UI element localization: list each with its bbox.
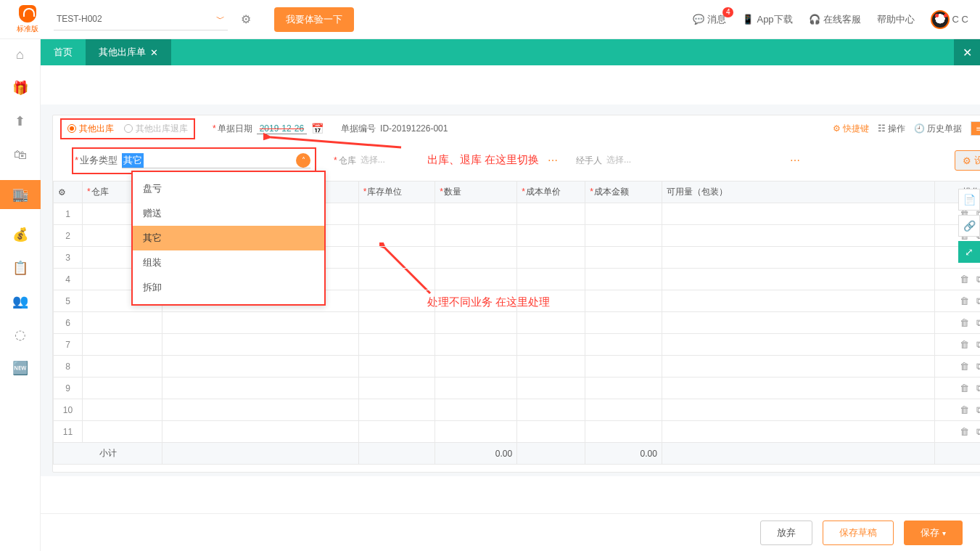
table-row[interactable]: 8🗑⧉ — [54, 356, 981, 377]
sliders-icon: ☷ — [878, 123, 886, 134]
phone-icon: 📱 — [742, 14, 754, 25]
history-link[interactable]: 🕘历史单据 — [914, 123, 962, 135]
table-row[interactable]: 9🗑⧉ — [54, 377, 981, 399]
copy-icon[interactable]: ⧉ — [976, 426, 980, 438]
hotkey-label: 快捷键 — [843, 123, 869, 135]
delete-icon[interactable]: 🗑 — [960, 361, 969, 372]
warehouse-label: 仓库 — [334, 155, 356, 167]
tab-current[interactable]: 其他出库单 ✕ — [86, 39, 171, 65]
table-row[interactable]: 7🗑⧉ — [54, 334, 981, 356]
nav-home-icon[interactable]: ⌂ — [12, 46, 28, 62]
help-link[interactable]: 帮助中心 — [877, 13, 915, 26]
org-select[interactable]: TEST-H002 ﹀ — [54, 9, 228, 30]
copy-icon[interactable]: ⧉ — [976, 339, 980, 351]
tab-home[interactable]: 首页 — [41, 39, 86, 65]
table-row[interactable]: 11🗑⧉ — [54, 421, 981, 443]
radio-outbound-label: 其他出库 — [79, 123, 114, 135]
outbound-type-radios: 其他出库 其他出库退库 — [60, 118, 195, 139]
row-number: 6 — [54, 312, 83, 334]
doc-date-value[interactable]: 2019-12-26 — [257, 123, 307, 134]
radio-outbound[interactable]: 其他出库 — [67, 123, 114, 135]
messages-link[interactable]: 💬 消息 4 — [693, 13, 726, 26]
delete-icon[interactable]: 🗑 — [960, 274, 969, 285]
view-list-icon[interactable]: ≡ — [971, 122, 980, 135]
delete-icon[interactable]: 🗑 — [960, 339, 969, 351]
radio-dot-icon — [124, 124, 133, 133]
doc-date: 单据日期 2019-12-26 📅 — [213, 123, 324, 135]
app-download-link[interactable]: 📱 App下载 — [742, 13, 792, 26]
delete-icon[interactable]: 🗑 — [960, 383, 969, 394]
message-icon: 💬 — [693, 14, 704, 25]
support-label: 在线客服 — [823, 13, 861, 26]
delete-icon[interactable]: 🗑 — [960, 404, 969, 416]
nav-clipboard-icon[interactable]: 📋 — [12, 260, 28, 276]
right-tools: 📄 🔗 ⤢ — [958, 189, 980, 263]
logo[interactable]: 标准版 — [12, 5, 44, 34]
copy-icon[interactable]: ⧉ — [976, 295, 980, 307]
radio-dot-icon — [67, 124, 76, 133]
headset-icon: 🎧 — [809, 14, 820, 25]
delete-icon[interactable]: 🗑 — [960, 426, 969, 438]
row-number: 7 — [54, 334, 83, 356]
dropdown-option[interactable]: 其它 — [133, 226, 324, 250]
nav-new-icon[interactable]: 🆕 — [12, 360, 28, 376]
copy-icon[interactable]: ⧉ — [976, 274, 980, 285]
calendar-icon[interactable]: 📅 — [311, 123, 324, 134]
dropdown-option[interactable]: 组装 — [133, 250, 324, 275]
nav-gift-icon[interactable]: 🎁 — [12, 80, 28, 96]
nav-money-icon[interactable]: 💰 — [12, 226, 28, 242]
table-gear-icon[interactable]: ⚙ — [54, 181, 83, 203]
copy-icon[interactable]: ⧉ — [976, 383, 980, 394]
business-type-field[interactable]: 业务类型 其它 ˄ 盘亏 赠送 其它 组装 拆卸 — [72, 147, 316, 174]
copy-icon[interactable]: ⧉ — [976, 404, 980, 416]
settings-button[interactable]: ⚙设置 — [955, 150, 980, 171]
handler-placeholder: 选择... — [606, 154, 786, 167]
nav-shop-icon[interactable]: 🛍 — [12, 147, 28, 163]
doc-date-label: 单据日期 — [213, 123, 252, 135]
nav-receipt-icon[interactable]: ⬆ — [12, 113, 28, 129]
copy-icon[interactable]: ⧉ — [976, 361, 980, 372]
chevron-up-icon[interactable]: ˄ — [296, 153, 310, 168]
copy-icon[interactable]: ⧉ — [976, 317, 980, 329]
try-button[interactable]: 我要体验一下 — [274, 7, 354, 32]
doc-no-label: 单据编号 — [341, 123, 376, 135]
avatar — [931, 10, 950, 29]
dropdown-option[interactable]: 拆卸 — [133, 275, 324, 300]
nav-warehouse-icon[interactable]: 🏬 — [0, 180, 41, 209]
close-all-tabs[interactable]: ✕ — [954, 39, 980, 65]
view-toggle[interactable]: ≡ ▦ — [971, 121, 980, 136]
user-menu[interactable]: C C — [931, 10, 968, 29]
logo-text: 标准版 — [17, 24, 38, 34]
tool-expand-icon[interactable]: ⤢ — [958, 241, 980, 263]
radio-return[interactable]: 其他出库退库 — [124, 123, 188, 135]
nav-refresh-icon[interactable]: ◌ — [12, 327, 28, 343]
delete-icon[interactable]: 🗑 — [960, 295, 969, 307]
nav-contacts-icon[interactable]: 👥 — [12, 293, 28, 309]
support-link[interactable]: 🎧 在线客服 — [809, 13, 861, 26]
business-type-label: 业务类型 — [75, 154, 118, 167]
close-icon[interactable]: ✕ — [150, 47, 158, 58]
more-icon[interactable]: ⋯ — [548, 155, 559, 166]
history-icon: 🕘 — [914, 123, 925, 134]
subtotal-qty: 0.00 — [435, 443, 517, 465]
row-number: 8 — [54, 356, 83, 377]
table-row[interactable]: 6🗑⧉ — [54, 312, 981, 334]
dropdown-option[interactable]: 赠送 — [133, 201, 324, 226]
handler-field[interactable]: 经手人 选择... ⋯ — [576, 154, 801, 167]
business-type-input[interactable]: 其它 ˄ — [122, 153, 310, 168]
history-label: 历史单据 — [927, 123, 962, 135]
dropdown-option[interactable]: 盘亏 — [133, 176, 324, 201]
gear-icon[interactable]: ⚙ — [241, 12, 251, 26]
radio-return-label: 其他出库退库 — [136, 123, 188, 135]
left-nav: ⌂ 🎁 ⬆ 🛍 🏬 💰 📋 👥 ◌ 🆕 — [0, 39, 41, 476]
form-card: 其他出库 其他出库退库 单据日期 2019-12-26 📅 单据编号 ID-20… — [52, 115, 980, 473]
business-type-value: 其它 — [122, 153, 144, 168]
hotkey-link[interactable]: ⚙快捷键 — [833, 123, 869, 135]
row-number: 9 — [54, 377, 83, 399]
table-row[interactable]: 10🗑⧉ — [54, 399, 981, 421]
ops-link[interactable]: ☷操作 — [878, 123, 905, 135]
tool-note-icon[interactable]: 📄 — [958, 189, 980, 211]
tool-link-icon[interactable]: 🔗 — [958, 215, 980, 237]
more-icon[interactable]: ⋯ — [790, 155, 801, 166]
delete-icon[interactable]: 🗑 — [960, 317, 969, 329]
